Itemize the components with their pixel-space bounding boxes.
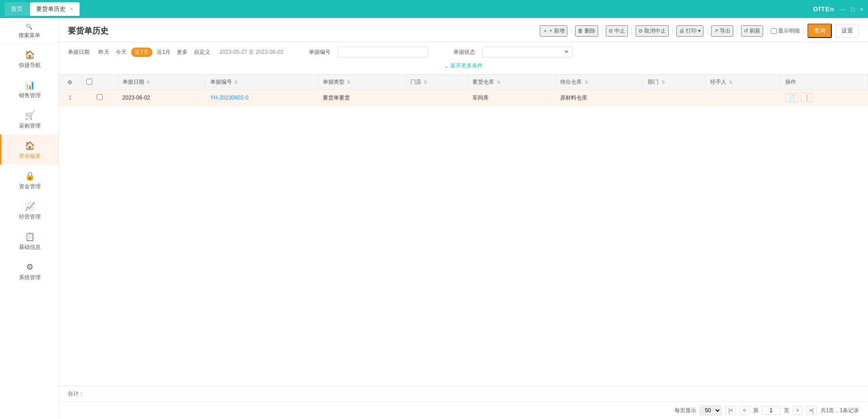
th-wait-warehouse[interactable]: 待出仓库 ⇅ (556, 75, 643, 90)
date-btn-yesterday[interactable]: 昨天 (97, 48, 111, 57)
brand-label: OfTEn (813, 5, 835, 13)
row-actions-cell: 📄 ⋮ (780, 90, 868, 106)
th-dept[interactable]: 部门 ⇅ (643, 75, 705, 90)
content-area: 要货单历史 ＋ + 新增 🗑 删除 ⊘ 中止 ⊘ (59, 18, 868, 419)
th-order-no[interactable]: 单据编号 ⇅ (205, 75, 318, 90)
window-maximize-icon[interactable]: □ (851, 6, 855, 13)
sidebar-search-label: 搜索菜单 (19, 32, 40, 39)
print-button[interactable]: 🖨 打印 ▾ (676, 25, 703, 37)
row-wait-warehouse: 原材料仓库 (556, 90, 643, 106)
divider (602, 27, 602, 34)
sidebar-item-sales[interactable]: 📊 销售管理 (0, 74, 58, 104)
date-btn-custom[interactable]: 自定义 (192, 48, 212, 57)
settings-button[interactable]: 设置 (835, 24, 859, 38)
th-store[interactable]: 门店 ⇅ (406, 75, 467, 90)
stop-button[interactable]: ⊘ 中止 (606, 25, 628, 37)
delete-button[interactable]: 🗑 删除 (575, 25, 598, 37)
sidebar-search[interactable]: 🔍 搜索菜单 (0, 18, 58, 43)
inventory-icon: 🏠 (25, 141, 35, 151)
prev-page-button[interactable]: < (740, 406, 749, 415)
purchase-icon: 🛒 (25, 110, 35, 120)
sidebar-item-quick-nav[interactable]: 🏠 快捷导航 (0, 43, 58, 74)
th-handler[interactable]: 经手人 ⇅ (705, 75, 780, 90)
top-bar-right: OfTEn — □ × (813, 5, 863, 13)
search-icon: 🔍 (26, 24, 33, 30)
row-date: 2023-06-02 (118, 90, 205, 106)
row-handler (705, 90, 780, 106)
th-checkbox[interactable] (81, 75, 118, 90)
date-btn-7days[interactable]: 近7天 (131, 48, 152, 57)
page-size-select[interactable]: 50 (700, 405, 722, 415)
tab-order-history[interactable]: 要货单历史 × (30, 2, 80, 16)
th-actions: 操作 (780, 75, 868, 90)
sidebar-item-finance[interactable]: 🔒 资金管理 (0, 165, 58, 195)
sidebar-item-label: 经营管理 (19, 213, 41, 221)
sidebar-item-label: 资金管理 (19, 183, 41, 190)
date-btn-today[interactable]: 今天 (114, 48, 128, 57)
order-no-link[interactable]: YH-20230602-0 (210, 95, 249, 101)
sidebar-item-label: 系统管理 (19, 274, 41, 281)
row-checkbox[interactable] (97, 94, 103, 100)
quick-nav-icon: 🏠 (25, 50, 35, 60)
divider (707, 27, 708, 34)
last-page-button[interactable]: >| (806, 406, 817, 415)
export-button[interactable]: ↗ 导出 (711, 25, 733, 37)
tab-home[interactable]: 首页 (5, 2, 29, 16)
tab-close-icon[interactable]: × (70, 6, 73, 12)
add-button[interactable]: ＋ + 新增 (540, 25, 567, 37)
sidebar-item-label: 采购管理 (19, 122, 41, 130)
select-all-checkbox[interactable] (86, 79, 92, 85)
sidebar-item-inventory[interactable]: 🏠 库存核算 (0, 134, 58, 165)
show-detail-toggle[interactable]: 显示明细 (771, 27, 800, 35)
refresh-button[interactable]: ↺ 刷新 (741, 25, 763, 37)
sort-icon: ⇅ (729, 80, 732, 85)
order-no-input[interactable] (338, 47, 428, 57)
data-table: ⚙ 单据日期 ⇅ 单据编号 ⇅ (59, 75, 868, 106)
sort-icon: ⇅ (234, 80, 238, 85)
show-detail-checkbox[interactable] (771, 28, 777, 34)
row-index: 1 (59, 90, 81, 106)
query-button[interactable]: 查询 (807, 24, 832, 38)
sidebar-item-label: 库存核算 (19, 152, 41, 160)
sidebar-item-operation[interactable]: 📈 经营管理 (0, 195, 58, 225)
th-date[interactable]: 单据日期 ⇅ (118, 75, 205, 90)
row-checkbox-cell[interactable] (81, 90, 118, 106)
row-order-no: YH-20230602-0 (205, 90, 318, 106)
window-minimize-icon[interactable]: — (840, 6, 846, 13)
sidebar-item-purchase[interactable]: 🛒 采购管理 (0, 104, 58, 134)
divider (737, 27, 737, 34)
main-layout: 🔍 搜索菜单 🏠 快捷导航 📊 销售管理 🛒 采购管理 🏠 库存核算 🔒 资金管… (0, 18, 868, 419)
expand-more-btn[interactable]: ⌄ 展开更多条件 (68, 60, 859, 71)
divider (672, 27, 673, 34)
filter-area: 单据日期 昨天 今天 近7天 近1月 更多 自定义 2023-05-27 至 2… (59, 42, 868, 75)
row-more-button[interactable]: ⋮ (801, 93, 813, 102)
page-unit: 页 (784, 407, 789, 414)
table-footer: 合计： (59, 386, 868, 401)
divider (571, 27, 571, 34)
divider (803, 27, 804, 34)
next-page-button[interactable]: > (793, 406, 802, 415)
first-page-button[interactable]: |< (725, 406, 736, 415)
page-number-input[interactable] (762, 406, 780, 415)
status-select[interactable] (482, 47, 573, 57)
home-tab-label: 首页 (11, 5, 23, 13)
window-close-icon[interactable]: × (860, 6, 863, 13)
th-settings[interactable]: ⚙ (59, 75, 81, 90)
sidebar-item-basic[interactable]: 📋 基础信息 (0, 225, 58, 256)
sort-icon: ⇅ (146, 80, 150, 85)
sort-icon: ⇅ (497, 80, 500, 85)
cancel-stop-icon: ⊘ (638, 28, 643, 34)
add-icon: ＋ (542, 27, 548, 35)
sort-icon: ⇅ (347, 80, 350, 85)
date-btn-1month[interactable]: 近1月 (155, 48, 173, 57)
table-row: 1 2023-06-02 YH-20230602-0 要货单要货 车间库 原材料… (59, 90, 868, 106)
sidebar-item-system[interactable]: ⚙ 系统管理 (0, 256, 58, 286)
row-view-button[interactable]: 📄 (785, 93, 798, 102)
sidebar-item-label: 基础信息 (19, 243, 41, 251)
th-req-warehouse[interactable]: 要货仓库 ⇅ (468, 75, 556, 90)
sidebar: 🔍 搜索菜单 🏠 快捷导航 📊 销售管理 🛒 采购管理 🏠 库存核算 🔒 资金管… (0, 18, 59, 419)
date-btn-more[interactable]: 更多 (175, 48, 189, 57)
th-type[interactable]: 单据类型 ⇅ (318, 75, 406, 90)
cancel-stop-button[interactable]: ⊘ 取消中止 (636, 25, 669, 37)
page-size-label: 每页显示 (675, 407, 696, 414)
